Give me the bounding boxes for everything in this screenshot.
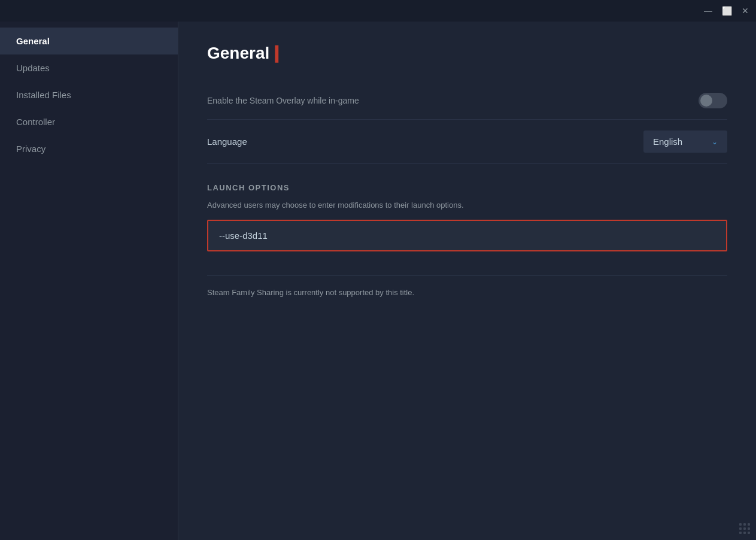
launch-options-desc: Advanced users may choose to enter modif… (207, 199, 727, 211)
sidebar-item-installed-files[interactable]: Installed Files (0, 81, 178, 108)
sidebar-item-updates[interactable]: Updates (0, 54, 178, 81)
launch-options-header: LAUNCH OPTIONS (207, 183, 727, 192)
language-value: English (653, 136, 682, 147)
sidebar-item-privacy[interactable]: Privacy (0, 135, 178, 162)
main-panel: General❙ Enable the Steam Overlay while … (178, 22, 756, 540)
overlay-setting-row: Enable the Steam Overlay while in-game (207, 82, 727, 120)
app-window: — ⬜ ✕ General Updates Installed Files Co… (0, 0, 756, 540)
launch-options-input[interactable] (207, 220, 727, 251)
overlay-label: Enable the Steam Overlay while in-game (207, 96, 359, 105)
language-setting-row: Language English ⌄ (207, 120, 727, 164)
bottom-dots-decoration (739, 523, 750, 534)
family-sharing-note: Steam Family Sharing is currently not su… (207, 275, 727, 297)
toggle-knob (700, 95, 712, 107)
language-dropdown[interactable]: English ⌄ (643, 131, 727, 153)
overlay-toggle[interactable] (699, 93, 727, 108)
page-title: General❙ (207, 43, 727, 63)
sidebar-item-controller[interactable]: Controller (0, 108, 178, 135)
sidebar-item-general[interactable]: General (0, 28, 178, 54)
content-area: General Updates Installed Files Controll… (0, 22, 756, 540)
minimize-button[interactable]: — (704, 7, 712, 15)
titlebar: — ⬜ ✕ (0, 0, 756, 22)
chevron-down-icon: ⌄ (712, 138, 718, 146)
close-button[interactable]: ✕ (742, 7, 749, 15)
sidebar: General Updates Installed Files Controll… (0, 22, 178, 540)
maximize-button[interactable]: ⬜ (722, 7, 732, 15)
language-label: Language (207, 136, 247, 147)
